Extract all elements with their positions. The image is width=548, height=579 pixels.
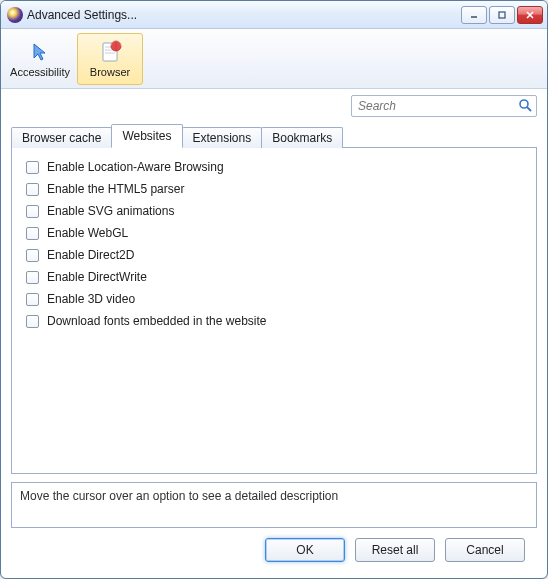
svg-point-11 bbox=[520, 100, 528, 108]
option-label: Enable SVG animations bbox=[47, 204, 174, 218]
option-direct2d[interactable]: Enable Direct2D bbox=[26, 248, 522, 262]
cancel-button[interactable]: Cancel bbox=[445, 538, 525, 562]
option-directwrite[interactable]: Enable DirectWrite bbox=[26, 270, 522, 284]
checkbox[interactable] bbox=[26, 271, 39, 284]
search-box[interactable] bbox=[351, 95, 537, 117]
option-label: Download fonts embedded in the website bbox=[47, 314, 266, 328]
tab-panel: Enable Location-Aware Browsing Enable th… bbox=[11, 147, 537, 474]
tab-browser-cache[interactable]: Browser cache bbox=[11, 127, 112, 148]
option-location-aware[interactable]: Enable Location-Aware Browsing bbox=[26, 160, 522, 174]
document-globe-icon bbox=[96, 40, 124, 64]
ribbon-item-browser[interactable]: Browser bbox=[77, 33, 143, 85]
tab-bookmarks[interactable]: Bookmarks bbox=[261, 127, 343, 148]
option-label: Enable WebGL bbox=[47, 226, 128, 240]
minimize-button[interactable] bbox=[461, 6, 487, 24]
app-icon bbox=[7, 7, 23, 23]
search-row bbox=[11, 89, 537, 123]
option-label: Enable DirectWrite bbox=[47, 270, 147, 284]
maximize-button[interactable] bbox=[489, 6, 515, 24]
option-svg-animations[interactable]: Enable SVG animations bbox=[26, 204, 522, 218]
option-label: Enable the HTML5 parser bbox=[47, 182, 184, 196]
option-html5-parser[interactable]: Enable the HTML5 parser bbox=[26, 182, 522, 196]
tab-websites[interactable]: Websites bbox=[111, 124, 182, 148]
option-label: Enable Direct2D bbox=[47, 248, 134, 262]
checkbox[interactable] bbox=[26, 249, 39, 262]
option-label: Enable 3D video bbox=[47, 292, 135, 306]
search-icon[interactable] bbox=[518, 98, 532, 115]
cursor-icon bbox=[26, 40, 54, 64]
settings-window: Advanced Settings... Accessibility bbox=[0, 0, 548, 579]
option-webgl[interactable]: Enable WebGL bbox=[26, 226, 522, 240]
checkbox[interactable] bbox=[26, 205, 39, 218]
option-download-fonts[interactable]: Download fonts embedded in the website bbox=[26, 314, 522, 328]
checkbox[interactable] bbox=[26, 315, 39, 328]
option-3d-video[interactable]: Enable 3D video bbox=[26, 292, 522, 306]
checkbox[interactable] bbox=[26, 183, 39, 196]
button-row: OK Reset all Cancel bbox=[11, 528, 537, 572]
checkbox[interactable] bbox=[26, 293, 39, 306]
ok-button[interactable]: OK bbox=[265, 538, 345, 562]
window-title: Advanced Settings... bbox=[27, 8, 461, 22]
content-area: Browser cache Websites Extensions Bookma… bbox=[1, 89, 547, 578]
search-input[interactable] bbox=[358, 99, 518, 113]
description-text: Move the cursor over an option to see a … bbox=[20, 489, 338, 503]
window-controls bbox=[461, 6, 543, 24]
svg-line-12 bbox=[527, 107, 531, 111]
ribbon-label-browser: Browser bbox=[90, 66, 130, 78]
tab-strip: Browser cache Websites Extensions Bookma… bbox=[11, 123, 537, 147]
svg-rect-1 bbox=[499, 12, 505, 18]
checkbox[interactable] bbox=[26, 161, 39, 174]
ribbon-label-accessibility: Accessibility bbox=[10, 66, 70, 78]
description-panel: Move the cursor over an option to see a … bbox=[11, 482, 537, 528]
close-button[interactable] bbox=[517, 6, 543, 24]
tab-extensions[interactable]: Extensions bbox=[182, 127, 263, 148]
svg-marker-4 bbox=[34, 44, 45, 60]
ribbon-item-accessibility[interactable]: Accessibility bbox=[7, 33, 73, 85]
checkbox[interactable] bbox=[26, 227, 39, 240]
ribbon: Accessibility Browser bbox=[1, 29, 547, 89]
option-label: Enable Location-Aware Browsing bbox=[47, 160, 224, 174]
options-list: Enable Location-Aware Browsing Enable th… bbox=[26, 160, 522, 328]
titlebar[interactable]: Advanced Settings... bbox=[1, 1, 547, 29]
reset-all-button[interactable]: Reset all bbox=[355, 538, 435, 562]
